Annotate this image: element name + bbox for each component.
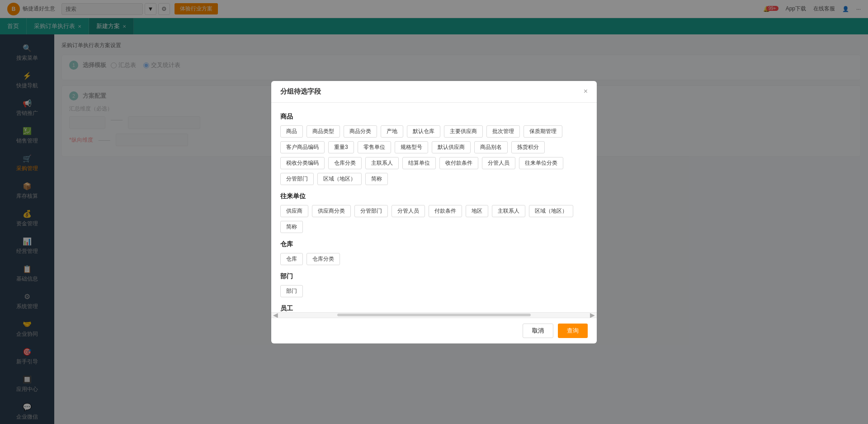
field-tags-partner: 供应商 供应商分类 分管部门 分管人员 付款条件 地区 主联系人 区域（地区） …	[280, 205, 588, 233]
field-tag-warehouse-1[interactable]: 仓库分类	[307, 253, 340, 265]
field-tag-goods-20[interactable]: 分管人员	[482, 157, 515, 169]
cancel-button[interactable]: 取消	[523, 324, 553, 338]
hscroll-thumb[interactable]	[337, 314, 530, 316]
field-tag-goods-18[interactable]: 结算单位	[402, 157, 436, 169]
field-tag-goods-8[interactable]: 客户商品编码	[280, 141, 325, 153]
field-tags-warehouse: 仓库 仓库分类	[280, 253, 588, 265]
modal-body: 商品 商品 商品类型 商品分类 产地 默认仓库 主要供应商 批次管理 保质期管理…	[271, 103, 597, 312]
field-tag-dept-0[interactable]: 部门	[280, 285, 303, 297]
modal-overlay: 分组待选字段 × 商品 商品 商品类型 商品分类 产地 默认仓库 主要供应商 批…	[0, 0, 868, 424]
section-title-dept: 部门	[280, 272, 588, 281]
field-tag-warehouse-0[interactable]: 仓库	[280, 253, 303, 265]
field-tag-goods-2[interactable]: 商品分类	[344, 125, 377, 138]
field-tag-partner-7[interactable]: 区域（地区）	[529, 205, 573, 217]
modal-hscrollbar[interactable]: ◀ ▶	[271, 312, 597, 318]
field-tag-goods-15[interactable]: 税收分类编码	[280, 157, 325, 169]
field-tag-goods-0[interactable]: 商品	[280, 125, 303, 138]
field-tag-partner-6[interactable]: 主联系人	[492, 205, 525, 217]
field-tag-goods-10[interactable]: 零售单位	[358, 141, 391, 153]
field-tag-goods-5[interactable]: 主要供应商	[444, 125, 483, 138]
field-tag-partner-0[interactable]: 供应商	[280, 205, 308, 217]
modal-title: 分组待选字段	[280, 87, 321, 96]
field-tag-goods-12[interactable]: 默认供应商	[432, 141, 471, 153]
section-title-staff: 员工	[280, 305, 588, 312]
field-tag-partner-8[interactable]: 简称	[280, 221, 303, 233]
modal-close-btn[interactable]: ×	[584, 87, 588, 95]
field-tag-goods-9[interactable]: 重量3	[328, 141, 354, 153]
field-tag-partner-5[interactable]: 地区	[466, 205, 488, 217]
field-tags-goods: 商品 商品类型 商品分类 产地 默认仓库 主要供应商 批次管理 保质期管理 客户…	[280, 125, 588, 185]
field-tag-goods-19[interactable]: 收付款条件	[439, 157, 478, 169]
section-title-warehouse: 仓库	[280, 240, 588, 248]
field-tag-goods-6[interactable]: 批次管理	[486, 125, 520, 138]
field-tag-goods-22[interactable]: 分管部门	[280, 173, 314, 185]
modal-footer: 取消 查询	[271, 318, 597, 343]
field-tag-goods-16[interactable]: 仓库分类	[328, 157, 362, 169]
field-tag-partner-1[interactable]: 供应商分类	[312, 205, 351, 217]
section-title-partner: 往来单位	[280, 192, 588, 200]
field-tag-goods-24[interactable]: 简称	[365, 173, 388, 185]
field-tag-partner-4[interactable]: 付款条件	[429, 205, 462, 217]
field-tag-goods-13[interactable]: 商品别名	[474, 141, 508, 153]
field-select-modal: 分组待选字段 × 商品 商品 商品类型 商品分类 产地 默认仓库 主要供应商 批…	[271, 81, 597, 343]
section-title-goods: 商品	[280, 113, 588, 121]
field-tag-goods-1[interactable]: 商品类型	[307, 125, 340, 138]
field-tag-goods-3[interactable]: 产地	[381, 125, 403, 138]
field-tags-dept: 部门	[280, 285, 588, 297]
field-tag-goods-7[interactable]: 保质期管理	[524, 125, 562, 138]
field-tag-partner-2[interactable]: 分管部门	[354, 205, 388, 217]
field-tag-partner-3[interactable]: 分管人员	[392, 205, 425, 217]
field-tag-goods-4[interactable]: 默认仓库	[407, 125, 440, 138]
field-tag-goods-23[interactable]: 区域（地区）	[317, 173, 362, 185]
confirm-button[interactable]: 查询	[558, 324, 588, 338]
field-tag-goods-14[interactable]: 拣货积分	[511, 141, 545, 153]
field-tag-goods-11[interactable]: 规格型号	[395, 141, 428, 153]
modal-header: 分组待选字段 ×	[271, 81, 597, 103]
field-tag-goods-17[interactable]: 主联系人	[365, 157, 399, 169]
field-tag-goods-21[interactable]: 往来单位分类	[519, 157, 563, 169]
